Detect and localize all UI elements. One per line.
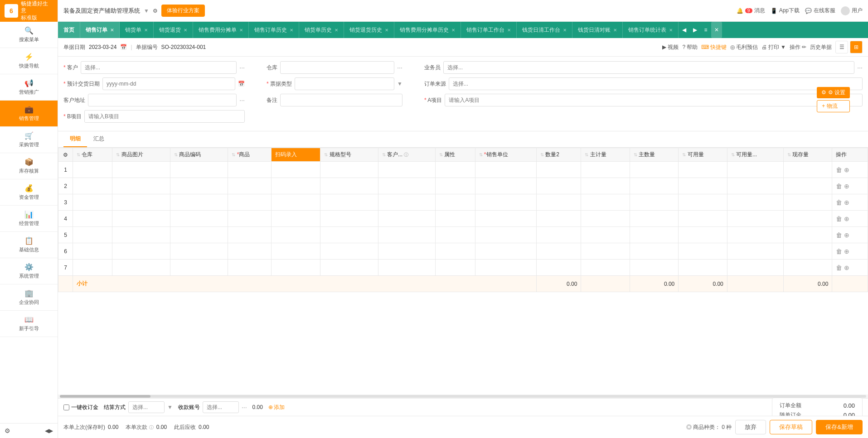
scrollbar-track[interactable] <box>60 395 866 398</box>
cell-attr[interactable] <box>436 178 475 194</box>
cell-code[interactable] <box>170 227 228 243</box>
tab-next-button[interactable]: ▶ <box>689 22 700 38</box>
col-image[interactable]: ⇅ 商品图片 <box>112 148 170 162</box>
tab-close-icon[interactable]: ✕ <box>110 28 114 33</box>
col-available2[interactable]: ⇅ 可用量... <box>727 148 783 162</box>
cell-warehouse[interactable] <box>73 162 112 178</box>
add-button[interactable]: ⊕ 添加 <box>268 404 285 411</box>
sidebar-item-guide[interactable]: 📖 新手引导 <box>0 311 58 337</box>
cell-scan[interactable] <box>271 178 320 194</box>
col-customer-code[interactable]: ⇅ 客户... ⓘ <box>378 148 435 162</box>
settings-icon[interactable]: ⚙ <box>153 8 158 14</box>
tab-close-icon[interactable]: ✕ <box>669 28 673 33</box>
history-button[interactable]: 历史单据 <box>810 43 832 51</box>
cell-spec[interactable] <box>320 243 378 260</box>
calendar-icon[interactable]: 📅 <box>238 81 245 87</box>
cell-code[interactable] <box>170 243 228 260</box>
cell-customer-code[interactable] <box>378 243 435 260</box>
settings-button[interactable]: ⚙ ⚙ 设置 <box>817 87 850 98</box>
grid-view-button[interactable]: ⊞ <box>850 41 863 53</box>
cell-customer-code[interactable] <box>378 162 435 178</box>
col-settings[interactable]: ⚙ <box>58 148 73 162</box>
cell-stock[interactable] <box>783 243 832 260</box>
col-product[interactable]: ⇅ *商品 <box>228 148 271 162</box>
delete-row-icon[interactable]: 🗑 <box>836 215 842 222</box>
tab-order-history[interactable]: 销售订单历史 ✕ <box>249 22 299 38</box>
cell-product[interactable] <box>228 260 271 276</box>
cell-attr[interactable] <box>436 260 475 276</box>
cell-unit[interactable] <box>475 243 536 260</box>
cell-qty2[interactable] <box>536 178 581 194</box>
tab-sales-return[interactable]: 销货单 ✕ <box>120 22 154 38</box>
operation-button[interactable]: 操作 ✏ <box>790 43 806 51</box>
tab-close-icon[interactable]: ✕ <box>290 28 293 33</box>
cell-available2[interactable] <box>727 194 783 211</box>
cell-main-unit[interactable] <box>581 227 630 243</box>
cell-stock[interactable] <box>783 227 832 243</box>
cell-scan[interactable] <box>271 211 320 227</box>
cell-main-unit[interactable] <box>581 178 630 194</box>
cell-main-unit[interactable] <box>581 211 630 227</box>
add-logistics-button[interactable]: + 物流 <box>817 100 850 112</box>
tab-refund-history[interactable]: 销货退货历史 ✕ <box>344 22 394 38</box>
cell-available[interactable] <box>679 178 727 194</box>
cell-available[interactable] <box>679 260 727 276</box>
cell-code[interactable] <box>170 211 228 227</box>
delete-row-icon[interactable]: 🗑 <box>836 264 842 271</box>
shortcut-button[interactable]: ⌨ 快捷键 <box>701 43 727 51</box>
tab-close-icon[interactable]: ✕ <box>385 28 388 33</box>
cell-main-unit[interactable] <box>581 243 630 260</box>
cell-main-qty[interactable] <box>630 211 678 227</box>
copy-row-icon[interactable]: ⊕ <box>844 248 849 255</box>
cell-customer-code[interactable] <box>378 260 435 276</box>
sidebar-item-finance[interactable]: 💰 资金管理 <box>0 179 58 206</box>
cell-product[interactable] <box>228 211 271 227</box>
cell-product[interactable] <box>228 162 271 178</box>
copy-row-icon[interactable]: ⊕ <box>844 264 849 271</box>
column-settings-icon[interactable]: ⚙ <box>63 152 68 158</box>
tab-daily-clear[interactable]: 钱货日清工作台 ✕ <box>517 22 572 38</box>
cell-stock[interactable] <box>783 194 832 211</box>
cell-main-qty[interactable] <box>630 260 678 276</box>
tab-close-icon[interactable]: ✕ <box>184 28 187 33</box>
address-more-button[interactable]: ··· <box>239 96 245 104</box>
cell-stock[interactable] <box>783 178 832 194</box>
cell-spec[interactable] <box>320 227 378 243</box>
chevron-down-icon[interactable]: ▼ <box>397 81 402 87</box>
col-warehouse[interactable]: ⇅ 仓库 <box>73 148 112 162</box>
cell-code[interactable] <box>170 194 228 211</box>
cell-qty2[interactable] <box>536 243 581 260</box>
cell-image[interactable] <box>112 211 170 227</box>
cell-available[interactable] <box>679 211 727 227</box>
cell-attr[interactable] <box>436 194 475 211</box>
cell-scan[interactable] <box>271 243 320 260</box>
cell-warehouse[interactable] <box>73 227 112 243</box>
user-menu-button[interactable]: 用户 <box>841 6 863 15</box>
print-button[interactable]: 🖨 打印 ▼ <box>761 43 786 51</box>
cell-main-qty[interactable] <box>630 194 678 211</box>
delete-row-icon[interactable]: 🗑 <box>836 248 842 255</box>
cell-available2[interactable] <box>727 260 783 276</box>
cell-scan[interactable] <box>271 227 320 243</box>
cell-unit[interactable] <box>475 194 536 211</box>
copy-row-icon[interactable]: ⊕ <box>844 166 849 173</box>
cell-product[interactable] <box>228 243 271 260</box>
cell-warehouse[interactable] <box>73 243 112 260</box>
cell-customer-code[interactable] <box>378 211 435 227</box>
cell-attr[interactable] <box>436 211 475 227</box>
cell-attr[interactable] <box>436 227 475 243</box>
cell-main-qty[interactable] <box>630 178 678 194</box>
cell-warehouse[interactable] <box>73 260 112 276</box>
cell-main-qty[interactable] <box>630 243 678 260</box>
experience-button[interactable]: 体验行业方案 <box>161 5 205 17</box>
col-main-unit[interactable]: ⇅ 主计量 <box>581 148 630 162</box>
app-download-button[interactable]: 📱 App下载 <box>771 7 800 14</box>
cell-product[interactable] <box>228 194 271 211</box>
cell-unit[interactable] <box>475 227 536 243</box>
cell-attr[interactable] <box>436 243 475 260</box>
scrollbar-thumb[interactable] <box>60 395 150 398</box>
cell-qty2[interactable] <box>536 260 581 276</box>
tab-sales-order[interactable]: 销售订单 ✕ <box>80 22 120 38</box>
cell-spec[interactable] <box>320 162 378 178</box>
chevron-down-icon[interactable]: ▼ <box>167 404 173 410</box>
